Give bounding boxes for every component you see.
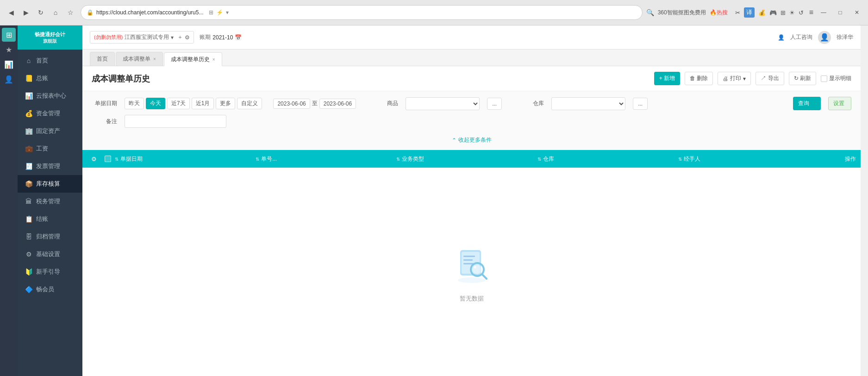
query-button[interactable]: 查询	[793, 97, 821, 110]
delete-button[interactable]: 🗑 删除	[685, 72, 713, 85]
tab-cost-adjustment-history-close[interactable]: ×	[212, 57, 215, 62]
right-scrollbar[interactable]	[861, 25, 868, 376]
th-action: 操作	[819, 155, 856, 163]
export-button[interactable]: ↗ 导出	[756, 72, 784, 85]
th-warehouse[interactable]: ⇅ 仓库	[537, 155, 678, 163]
th-number[interactable]: ⇅ 单号...	[256, 155, 396, 163]
quick-btn-custom[interactable]: 自定义	[237, 98, 262, 109]
display-toggle-checkbox[interactable]	[821, 75, 827, 82]
quick-btn-1month[interactable]: 近1月	[192, 98, 214, 109]
date-from[interactable]: 2023-06-06	[273, 99, 310, 109]
browser-nav-buttons: ◀ ▶ ↻ ⌂ ☆	[5, 6, 77, 19]
icon-sidebar: ⊞ ★ 📊 👤	[0, 25, 18, 376]
sidebar-item-archive-management[interactable]: 🗄 归档管理	[18, 228, 82, 245]
add-company-icon[interactable]: ＋	[177, 33, 183, 41]
sidebar-item-home[interactable]: ⌂ 首页	[18, 52, 82, 69]
game-icon[interactable]: 🎮	[769, 9, 777, 16]
sidebar-item-membership[interactable]: 🔷 畅会员	[18, 281, 82, 298]
th-warehouse-label: 仓库	[543, 155, 554, 163]
sidebar-item-fixed-assets[interactable]: 🏢 固定资产	[18, 122, 82, 140]
home-button[interactable]: ⌂	[49, 6, 62, 19]
undo-icon[interactable]: ↺	[799, 9, 804, 16]
dropdown-icon[interactable]: ▾	[226, 9, 229, 16]
translate-icon[interactable]: 译	[744, 7, 755, 18]
tax-icon: 🏛	[25, 198, 32, 205]
icon-sidebar-star[interactable]: ★	[2, 43, 16, 56]
star-button[interactable]: ☆	[64, 6, 77, 19]
maximize-button[interactable]: □	[834, 6, 847, 19]
tab-cost-adjustment[interactable]: 成本调整单 ×	[116, 52, 163, 66]
sidebar-label-salary: 工资	[36, 144, 48, 153]
tab-cost-adjustment-history[interactable]: 成本调整单历史 ×	[164, 52, 222, 66]
quick-btn-today[interactable]: 今天	[146, 98, 165, 109]
sun-icon[interactable]: ☀	[789, 9, 795, 16]
sidebar-item-closing[interactable]: 📋 结账	[18, 210, 82, 228]
tab-cost-adjustment-close[interactable]: ×	[153, 56, 156, 62]
icon-sidebar-person[interactable]: 👤	[2, 72, 16, 86]
address-bar[interactable]: 🔒 https://cloud.chanjet.com/accounting/u…	[81, 5, 643, 20]
print-label: 打印	[730, 75, 741, 82]
filter-settings-button[interactable]: 设置	[828, 97, 851, 110]
company-name: 江西服宝测试专用	[125, 33, 169, 41]
date-to[interactable]: 2023-06-06	[319, 99, 356, 109]
sidebar-item-inventory[interactable]: 📦 库存核算	[18, 175, 82, 193]
main-sidebar: 畅捷通好会计 旗舰版 ⌂ 首页 📒 总账 📊 云报表中心 💰 资金管理 �	[18, 25, 82, 376]
th-business-type-label: 业务类型	[402, 155, 424, 163]
goods-filter-select[interactable]	[406, 97, 480, 110]
date-separator: 至	[312, 100, 318, 107]
customer-service-label[interactable]: 人工咨询	[790, 33, 812, 41]
th-date[interactable]: ⇅ 单据日期	[115, 155, 256, 163]
calendar-icon[interactable]: 📅	[235, 34, 242, 41]
username[interactable]: 徐泽华	[837, 33, 853, 41]
refresh-button[interactable]: ↻	[34, 6, 47, 19]
tab-cost-adjustment-history-label: 成本调整单历史	[171, 56, 210, 63]
table-settings-button[interactable]: ⚙	[87, 156, 101, 163]
quick-btn-yesterday[interactable]: 昨天	[125, 98, 144, 109]
print-button[interactable]: 🖨 打印 ▾	[718, 72, 751, 85]
forward-button[interactable]: ▶	[19, 6, 32, 19]
display-toggle: 显示明细	[821, 75, 851, 82]
menu-icon[interactable]: ≡	[809, 8, 813, 17]
tab-home[interactable]: 首页	[90, 52, 115, 66]
wallet-icon[interactable]: 💰	[758, 9, 766, 16]
grid-icon[interactable]: ⊞	[781, 9, 786, 16]
th-business-type[interactable]: ⇅ 业务类型	[396, 155, 537, 163]
sidebar-item-salary[interactable]: 💼 工资	[18, 140, 82, 157]
quick-btn-7days[interactable]: 近7天	[167, 98, 190, 109]
lightning-icon[interactable]: ⚡	[216, 9, 223, 16]
sidebar-label-home: 首页	[36, 56, 48, 65]
top-bar: (勿删勿禁用) 江西服宝测试专用 ▾ ＋ ⚙ 账期 2021-10 📅 👤 人工…	[82, 25, 861, 50]
minimize-button[interactable]: —	[817, 6, 830, 19]
scissors-icon[interactable]: ✂	[735, 9, 740, 16]
sidebar-item-basic-settings[interactable]: ⚙ 基础设置	[18, 245, 82, 263]
company-selector[interactable]: (勿删勿禁用) 江西服宝测试专用 ▾ ＋ ⚙	[90, 31, 194, 44]
collapse-filter-button[interactable]: ⌃ 收起更多条件	[452, 136, 492, 144]
sidebar-item-tax-management[interactable]: 🏛 税务管理	[18, 193, 82, 210]
customer-service-icon[interactable]: 👤	[778, 34, 785, 41]
sidebar-item-invoice-management[interactable]: 🧾 发票管理	[18, 157, 82, 175]
select-all-checkbox[interactable]	[105, 156, 111, 162]
sidebar-item-general-ledger[interactable]: 📒 总账	[18, 69, 82, 87]
close-button[interactable]: ✕	[850, 6, 863, 19]
sidebar-item-fund-management[interactable]: 💰 资金管理	[18, 105, 82, 122]
print-dropdown-icon: ▾	[743, 75, 746, 82]
new-button[interactable]: + 新增	[654, 72, 680, 85]
back-button[interactable]: ◀	[5, 6, 18, 19]
sidebar-item-report-center[interactable]: 📊 云报表中心	[18, 87, 82, 105]
company-settings-icon[interactable]: ⚙	[185, 34, 190, 41]
quick-btn-more[interactable]: 更多	[216, 98, 235, 109]
warehouse-more-button[interactable]: ...	[633, 98, 648, 110]
remark-filter-input[interactable]	[125, 115, 226, 128]
th-handler[interactable]: ⇅ 经手人	[678, 155, 819, 163]
icon-sidebar-chart[interactable]: 📊	[2, 57, 16, 71]
sidebar-item-new-guide[interactable]: 🔰 新手引导	[18, 263, 82, 281]
icon-sidebar-main[interactable]: ⊞	[2, 28, 16, 42]
goods-more-button[interactable]: ...	[487, 98, 502, 110]
table-select-all[interactable]	[101, 156, 115, 162]
warehouse-filter-select[interactable]	[551, 97, 625, 110]
hot-label: 🔥热搜	[710, 9, 728, 17]
guide-icon: 🔰	[25, 268, 32, 276]
refresh-button[interactable]: ↻ 刷新	[789, 72, 816, 85]
browser-menu-icon[interactable]: ⊞	[209, 9, 213, 16]
search-icon[interactable]: 🔍	[646, 9, 654, 16]
